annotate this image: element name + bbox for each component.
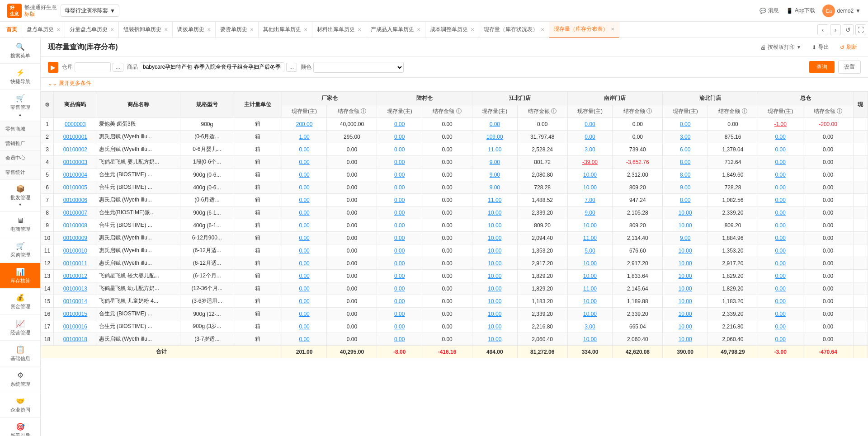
cell-fj-qty[interactable]: 0.00 (282, 308, 327, 320)
cell-fj-qty[interactable]: 0.00 (282, 219, 327, 232)
tab-close-combo-disassemble[interactable]: ✕ (164, 27, 168, 32)
cell-lc-qty[interactable]: 0.00 (377, 181, 422, 194)
cell-jb-qty[interactable]: 0.00 (472, 118, 518, 131)
tab-close-material-out[interactable]: ✕ (358, 27, 361, 32)
cell-fj-qty[interactable]: 0.00 (282, 320, 327, 333)
cell-yb-qty[interactable]: 8.00 (663, 156, 708, 169)
cell-yb-qty[interactable]: 10.00 (663, 206, 708, 219)
query-btn[interactable]: 查询 (809, 61, 835, 73)
cell-yb-qty[interactable]: 10.00 (663, 270, 708, 282)
tab-material-out[interactable]: 材料出库单历史 ✕ (312, 22, 366, 38)
cell-fj-qty[interactable]: 0.00 (282, 194, 327, 206)
sidebar-item-retail-mgmt[interactable]: 🛒 零售管理 ▲ (0, 89, 40, 122)
cell-lc-qty[interactable]: 0.00 (377, 244, 422, 257)
cell-na-qty[interactable]: 10.00 (567, 333, 613, 346)
tab-stocktake[interactable]: 盘点单历史 ✕ (22, 22, 65, 38)
cell-code[interactable]: 00100007 (54, 206, 97, 219)
cell-code[interactable]: 00100015 (54, 308, 97, 320)
cell-jb-qty[interactable]: 10.00 (472, 295, 518, 308)
cell-na-qty[interactable]: 10.00 (567, 257, 613, 270)
cell-zc-qty[interactable]: 0.00 (758, 333, 803, 346)
cell-code[interactable]: 00100010 (54, 244, 97, 257)
cell-zc-qty[interactable]: 0.00 (758, 320, 803, 333)
sidebar-item-retail-stats[interactable]: 零售统计 (0, 165, 40, 180)
cell-jb-qty[interactable]: 11.00 (472, 194, 518, 206)
cell-lc-qty[interactable]: 0.00 (377, 206, 422, 219)
cell-zc-qty[interactable]: -1.00 (758, 118, 803, 131)
user-menu[interactable]: Ea demo2 ▼ (822, 5, 861, 17)
tab-close-stocktake[interactable]: ✕ (57, 27, 60, 32)
cell-code[interactable]: 0000003 (54, 118, 97, 131)
sidebar-item-operations[interactable]: 📈 经营管理 (0, 315, 40, 341)
sidebar-item-ecommerce[interactable]: 🖥 电商管理 (0, 212, 40, 237)
cell-yb-qty[interactable]: 10.00 (663, 257, 708, 270)
tab-close-requisition[interactable]: ✕ (250, 27, 254, 32)
cell-jb-qty[interactable]: 10.00 (472, 333, 518, 346)
color-select[interactable] (313, 62, 404, 73)
cell-na-qty[interactable]: 10.00 (567, 295, 613, 308)
cell-zc-qty[interactable]: 0.00 (758, 219, 803, 232)
cell-code[interactable]: 00100016 (54, 320, 97, 333)
cell-lc-qty[interactable]: 0.00 (377, 257, 422, 270)
cell-code[interactable]: 00100012 (54, 270, 97, 282)
cell-lc-qty[interactable]: 0.00 (377, 320, 422, 333)
cell-jb-qty[interactable]: 10.00 (472, 206, 518, 219)
cell-na-qty[interactable]: 10.00 (567, 270, 613, 282)
cell-yb-qty[interactable]: 10.00 (663, 333, 708, 346)
sidebar-item-marketing[interactable]: 营销推广 (0, 136, 40, 151)
cell-na-qty[interactable]: 3.00 (567, 143, 613, 156)
tab-close-stock-status[interactable]: ✕ (541, 27, 544, 32)
cell-fj-qty[interactable]: 200.00 (282, 118, 327, 131)
cell-jb-qty[interactable]: 10.00 (472, 219, 518, 232)
cell-jb-qty[interactable]: 10.00 (472, 232, 518, 244)
cell-yb-qty[interactable]: 8.00 (663, 169, 708, 181)
cell-na-qty[interactable]: 9.00 (567, 206, 613, 219)
cell-yb-qty[interactable]: 8.00 (663, 194, 708, 206)
product-input[interactable] (140, 62, 284, 72)
cell-code[interactable]: 00100002 (54, 143, 97, 156)
tab-branch-stocktake[interactable]: 分量盘点单历史 ✕ (65, 22, 119, 38)
cell-na-qty[interactable]: 11.00 (567, 232, 613, 244)
cell-na-qty[interactable]: 0.00 (567, 131, 613, 143)
cell-lc-qty[interactable]: 0.00 (377, 295, 422, 308)
tab-other-out[interactable]: 其他出库单历史 ✕ (259, 22, 312, 38)
tab-prev-btn[interactable]: ‹ (817, 24, 828, 35)
cell-na-qty[interactable]: 10.00 (567, 181, 613, 194)
cell-na-qty[interactable]: 10.00 (567, 308, 613, 320)
cell-code[interactable]: 00100001 (54, 131, 97, 143)
tab-refresh-btn[interactable]: ↺ (843, 24, 854, 35)
cell-jb-qty[interactable]: 10.00 (472, 257, 518, 270)
cell-fj-qty[interactable]: 0.00 (282, 181, 327, 194)
settings-col[interactable]: ⚙ (41, 92, 54, 118)
cell-fj-qty[interactable]: 0.00 (282, 333, 327, 346)
cell-fj-qty[interactable]: 1.00 (282, 131, 327, 143)
cell-code[interactable]: 00100014 (54, 295, 97, 308)
tab-close-stock-dist[interactable]: ✕ (611, 27, 614, 32)
cell-lc-qty[interactable]: 0.00 (377, 282, 422, 295)
cell-lc-qty[interactable]: 0.00 (377, 333, 422, 346)
message-btn[interactable]: 💬 消息 (760, 7, 779, 14)
tab-product-in[interactable]: 产成品入库单历史 ✕ (366, 22, 425, 38)
cell-yb-qty[interactable]: 9.00 (663, 232, 708, 244)
expand-more-btn[interactable]: ⌄⌄ 展开更多条件 (48, 80, 861, 87)
cell-na-qty[interactable]: 10.00 (567, 219, 613, 232)
cell-zc-qty[interactable]: 0.00 (758, 156, 803, 169)
cell-jb-qty[interactable]: 10.00 (472, 244, 518, 257)
cell-na-qty[interactable]: 3.00 (567, 320, 613, 333)
cell-na-qty[interactable]: 10.00 (567, 169, 613, 181)
sidebar-item-basic[interactable]: 📋 基础信息 (0, 341, 40, 366)
sidebar-item-purchase[interactable]: 🛒 采购管理 (0, 237, 40, 263)
filter-toggle-btn[interactable]: ▶ (48, 62, 58, 73)
cell-code[interactable]: 00100005 (54, 181, 97, 194)
export-btn[interactable]: ⬇ 导出 (808, 42, 833, 53)
cell-fj-qty[interactable]: 0.00 (282, 206, 327, 219)
cell-fj-qty[interactable]: 0.00 (282, 282, 327, 295)
cell-zc-qty[interactable]: 0.00 (758, 206, 803, 219)
cell-code[interactable]: 00100008 (54, 219, 97, 232)
cell-yb-qty[interactable]: 10.00 (663, 295, 708, 308)
company-selector[interactable]: 母婴行业演示陈套 ▼ (61, 5, 119, 17)
cell-zc-qty[interactable]: 0.00 (758, 181, 803, 194)
tab-close-product-in[interactable]: ✕ (417, 27, 420, 32)
cell-fj-qty[interactable]: 0.00 (282, 143, 327, 156)
cell-yb-qty[interactable]: 6.00 (663, 143, 708, 156)
